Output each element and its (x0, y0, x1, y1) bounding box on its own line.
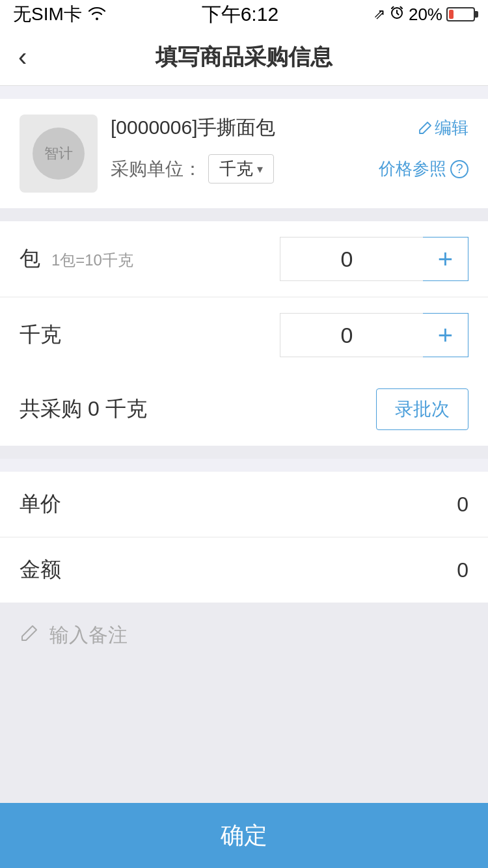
status-left: 无SIM卡 (13, 2, 107, 27)
notes-placeholder: 输入备注 (49, 622, 128, 649)
unit-price-value: 0 (457, 493, 468, 517)
pencil-icon (20, 623, 39, 647)
notes-section[interactable]: 输入备注 (0, 603, 488, 668)
kg-input-group: + (280, 313, 468, 357)
battery-icon (446, 7, 475, 21)
bag-sublabel: 1包=10千克 (51, 251, 133, 269)
price-ref-label: 价格参照 (379, 157, 446, 180)
unit-value: 千克 (219, 157, 253, 180)
amount-row: 金额 0 (0, 537, 488, 603)
battery-fill (449, 10, 454, 19)
product-name-row: [0000006]手撕面包 编辑 (111, 115, 468, 141)
battery-percent: 20% (409, 5, 442, 25)
kg-input-row: 千克 + (0, 297, 488, 373)
amount-value: 0 (457, 558, 468, 582)
price-reference-button[interactable]: 价格参照 ? (379, 157, 468, 180)
confirm-button[interactable]: 确定 (0, 803, 488, 868)
edit-button[interactable]: 编辑 (418, 116, 468, 139)
divider-1 (0, 208, 488, 221)
edit-label: 编辑 (435, 116, 468, 139)
unit-dropdown-icon: ▾ (257, 162, 263, 176)
purchase-unit-label: 采购单位： (111, 157, 202, 182)
divider-2 (0, 446, 488, 459)
nav-bar: ‹ 填写商品采购信息 (0, 29, 488, 86)
bag-input-group: + (280, 237, 468, 281)
thumb-logo-text: 智计 (44, 144, 73, 163)
price-ref-help-icon: ? (450, 160, 468, 178)
bag-plus-button[interactable]: + (423, 237, 468, 281)
total-label: 共采购 0 千克 (20, 395, 147, 424)
purchase-unit-row: 采购单位： 千克 ▾ 价格参照 ? (111, 154, 468, 183)
location-icon: ⇗ (373, 6, 385, 23)
batch-record-button[interactable]: 录批次 (376, 388, 468, 430)
bag-label-group: 包 1包=10千克 (20, 245, 133, 273)
bag-label: 包 (20, 247, 40, 270)
input-section: 包 1包=10千克 + 千克 + (0, 221, 488, 373)
unit-price-row: 单价 0 (0, 472, 488, 537)
product-card: 智计 [0000006]手撕面包 编辑 采购单位： 千克 ▾ 价格参照 (0, 99, 488, 208)
total-row: 共采购 0 千克 录批次 (0, 373, 488, 446)
status-right: ⇗ 20% (373, 5, 475, 25)
unit-price-label: 单价 (20, 490, 61, 519)
product-info: [0000006]手撕面包 编辑 采购单位： 千克 ▾ 价格参照 ? (111, 115, 468, 183)
status-bar: 无SIM卡 下午6:12 ⇗ 20% (0, 0, 488, 29)
kg-label: 千克 (20, 323, 61, 346)
price-section: 单价 0 金额 0 (0, 472, 488, 603)
kg-plus-button[interactable]: + (423, 313, 468, 357)
back-button[interactable]: ‹ (18, 42, 27, 72)
unit-selector[interactable]: 千克 ▾ (208, 154, 274, 183)
kg-label-group: 千克 (20, 321, 61, 349)
carrier-text: 无SIM卡 (13, 2, 82, 27)
alarm-icon (389, 5, 405, 25)
amount-label: 金额 (20, 556, 61, 584)
bag-input-row: 包 1包=10千克 + (0, 221, 488, 297)
page-title: 填写商品采购信息 (156, 42, 332, 72)
bag-quantity-input[interactable] (280, 237, 423, 281)
wifi-icon (87, 4, 107, 25)
product-full-name: [0000006]手撕面包 (111, 115, 275, 141)
product-thumb-logo: 智计 (33, 128, 85, 180)
kg-quantity-input[interactable] (280, 313, 423, 357)
product-thumbnail: 智计 (20, 115, 98, 193)
time-display: 下午6:12 (202, 1, 278, 28)
